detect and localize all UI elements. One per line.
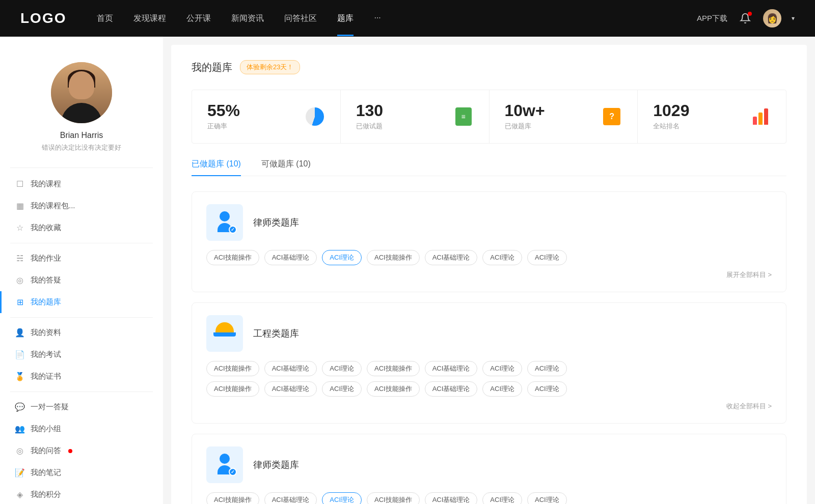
nav-news[interactable]: 新闻资讯 bbox=[231, 13, 264, 24]
tag-lawyer2-7[interactable]: ACI理论 bbox=[527, 492, 567, 504]
tag-lawyer2-4[interactable]: ACI技能操作 bbox=[367, 492, 420, 504]
sidebar-label-bank: 我的题库 bbox=[31, 297, 61, 307]
stat-done-banks: 10w+ 已做题库 ? bbox=[490, 90, 638, 143]
nav-public[interactable]: 公开课 bbox=[186, 13, 211, 24]
nav-logo[interactable]: LOGO bbox=[20, 10, 66, 26]
tag-lawyer-6[interactable]: ACI理论 bbox=[482, 250, 522, 265]
tag-eng-r2-1[interactable]: ACI技能操作 bbox=[206, 381, 259, 397]
sidebar-label-cert: 我的证书 bbox=[31, 372, 61, 381]
sidebar-item-exam[interactable]: 📄 我的考试 bbox=[0, 344, 163, 366]
tag-eng-4[interactable]: ACI技能操作 bbox=[367, 361, 420, 376]
tag-eng-r2-6[interactable]: ACI理论 bbox=[482, 381, 522, 397]
trial-badge: 体验剩余23天！ bbox=[240, 60, 300, 74]
helmet-brim bbox=[213, 332, 236, 337]
sidebar-item-course-package[interactable]: ▦ 我的课程包... bbox=[0, 195, 163, 217]
edit-icon: ☵ bbox=[15, 254, 24, 263]
bank-section-lawyer2: ✓ 律师类题库 ACI技能操作 ACI基础理论 ACI理论 ACI技能操作 AC… bbox=[192, 434, 786, 504]
group-icon: 👥 bbox=[15, 425, 24, 434]
sidebar-item-groups[interactable]: 👥 我的小组 bbox=[0, 418, 163, 440]
sidebar-item-qa[interactable]: ◎ 我的问答 bbox=[0, 440, 163, 462]
chat-icon: 💬 bbox=[15, 403, 24, 412]
tag-eng-6[interactable]: ACI理论 bbox=[482, 361, 522, 376]
tag-lawyer-5[interactable]: ACI基础理论 bbox=[425, 250, 478, 265]
engineering-tags-row1: ACI技能操作 ACI基础理论 ACI理论 ACI技能操作 ACI基础理论 AC… bbox=[206, 361, 772, 376]
bars-chart-icon bbox=[753, 108, 768, 125]
sidebar-label-qa: 我的问答 bbox=[31, 446, 61, 456]
sidebar-divider-3 bbox=[10, 391, 153, 392]
tag-lawyer-7[interactable]: ACI理论 bbox=[527, 250, 567, 265]
user-avatar[interactable]: 👩 bbox=[763, 9, 781, 27]
bank-section-engineering: 工程类题库 ACI技能操作 ACI基础理论 ACI理论 ACI技能操作 ACI基… bbox=[192, 302, 786, 424]
notification-dot bbox=[748, 12, 752, 16]
bank-section-engineering-header: 工程类题库 bbox=[206, 315, 772, 352]
tag-eng-3[interactable]: ACI理论 bbox=[322, 361, 362, 376]
tag-lawyer-3-active[interactable]: ACI理论 bbox=[322, 250, 362, 265]
points-icon: ◈ bbox=[15, 490, 24, 499]
tag-eng-r2-2[interactable]: ACI基础理论 bbox=[264, 381, 317, 397]
sidebar-item-courses[interactable]: ☐ 我的课程 bbox=[0, 173, 163, 195]
tag-lawyer2-1[interactable]: ACI技能操作 bbox=[206, 492, 259, 504]
sidebar-item-one-on-one[interactable]: 💬 一对一答疑 bbox=[0, 396, 163, 418]
sidebar-label-course-package: 我的课程包... bbox=[31, 201, 75, 211]
user-menu-chevron[interactable]: ▾ bbox=[792, 15, 795, 22]
tag-lawyer2-2[interactable]: ACI基础理论 bbox=[264, 492, 317, 504]
tag-lawyer2-3-active[interactable]: ACI理论 bbox=[322, 492, 362, 504]
nav-more[interactable]: ··· bbox=[374, 13, 381, 24]
stat-done-banks-value: 10w+ bbox=[505, 102, 594, 119]
tag-lawyer-1[interactable]: ACI技能操作 bbox=[206, 250, 259, 265]
file-icon: ☐ bbox=[15, 180, 24, 189]
qa-icon: ◎ bbox=[15, 446, 24, 456]
sidebar-item-points[interactable]: ◈ 我的积分 bbox=[0, 484, 163, 504]
sidebar-item-profile[interactable]: 👤 我的资料 bbox=[0, 322, 163, 344]
stat-done-questions: 130 已做试题 bbox=[341, 90, 490, 143]
sidebar-item-favorites[interactable]: ☆ 我的收藏 bbox=[0, 217, 163, 239]
nav-discover[interactable]: 发现课程 bbox=[133, 13, 166, 24]
sidebar-label-groups: 我的小组 bbox=[31, 424, 61, 434]
sidebar-item-answers[interactable]: ◎ 我的答疑 bbox=[0, 269, 163, 291]
avatar-image: 👩 bbox=[763, 9, 781, 27]
stat-done-questions-text: 130 已做试题 bbox=[356, 102, 445, 131]
tag-eng-r2-4[interactable]: ACI技能操作 bbox=[367, 381, 420, 397]
sidebar-item-bank[interactable]: ⊞ 我的题库 bbox=[0, 291, 163, 313]
sidebar-label-courses: 我的课程 bbox=[31, 179, 61, 189]
tag-eng-5[interactable]: ACI基础理论 bbox=[425, 361, 478, 376]
tag-eng-1[interactable]: ACI技能操作 bbox=[206, 361, 259, 376]
stat-accuracy: 55% 正确率 bbox=[192, 90, 341, 143]
sidebar-label-exam: 我的考试 bbox=[31, 350, 61, 359]
app-download-button[interactable]: APP下载 bbox=[697, 14, 727, 23]
tag-eng-r2-5[interactable]: ACI基础理论 bbox=[425, 381, 478, 397]
lawyer-expand-link[interactable]: 展开全部科目 > bbox=[206, 270, 772, 279]
sidebar: Brian Harris 错误的决定比没有决定要好 ☐ 我的课程 ▦ 我的课程包… bbox=[0, 37, 163, 504]
tag-lawyer-4[interactable]: ACI技能操作 bbox=[367, 250, 420, 265]
tag-eng-r2-3[interactable]: ACI理论 bbox=[322, 381, 362, 397]
tag-eng-2[interactable]: ACI基础理论 bbox=[264, 361, 317, 376]
nav-home[interactable]: 首页 bbox=[97, 13, 113, 24]
tag-eng-7[interactable]: ACI理论 bbox=[527, 361, 567, 376]
sidebar-item-notes[interactable]: 📝 我的笔记 bbox=[0, 462, 163, 484]
sidebar-item-cert[interactable]: 🏅 我的证书 bbox=[0, 366, 163, 387]
stats-row: 55% 正确率 130 已做试题 10w+ 已做题库 bbox=[192, 90, 786, 144]
question-circle-icon: ◎ bbox=[15, 276, 24, 285]
tabs-row: 已做题库 (10) 可做题库 (10) bbox=[192, 159, 786, 176]
nav-bank[interactable]: 题库 bbox=[337, 13, 354, 24]
stat-done-banks-label: 已做题库 bbox=[505, 122, 594, 131]
tab-done-banks[interactable]: 已做题库 (10) bbox=[192, 159, 241, 176]
question-icon: ? bbox=[603, 108, 620, 125]
tag-lawyer-2[interactable]: ACI基础理论 bbox=[264, 250, 317, 265]
sidebar-item-homework[interactable]: ☵ 我的作业 bbox=[0, 247, 163, 269]
nav-qa[interactable]: 问答社区 bbox=[284, 13, 317, 24]
nav-right: APP下载 👩 ▾ bbox=[697, 9, 795, 27]
avatar-body bbox=[61, 103, 102, 123]
tag-eng-r2-7[interactable]: ACI理论 bbox=[527, 381, 567, 397]
tab-available-banks[interactable]: 可做题库 (10) bbox=[261, 159, 311, 176]
page-header: 我的题库 体验剩余23天！ bbox=[192, 60, 786, 74]
tag-lawyer2-6[interactable]: ACI理论 bbox=[482, 492, 522, 504]
engineering-collapse-link[interactable]: 收起全部科目 > bbox=[206, 402, 772, 411]
person-badge: ✓ bbox=[229, 226, 237, 234]
tag-lawyer2-5[interactable]: ACI基础理论 bbox=[425, 492, 478, 504]
notification-bell[interactable] bbox=[738, 11, 753, 26]
page-title: 我的题库 bbox=[192, 61, 232, 74]
engineering-icon-wrap bbox=[206, 315, 243, 352]
note-icon: 📝 bbox=[15, 468, 24, 478]
stat-ranking-value: 1029 bbox=[653, 102, 742, 119]
